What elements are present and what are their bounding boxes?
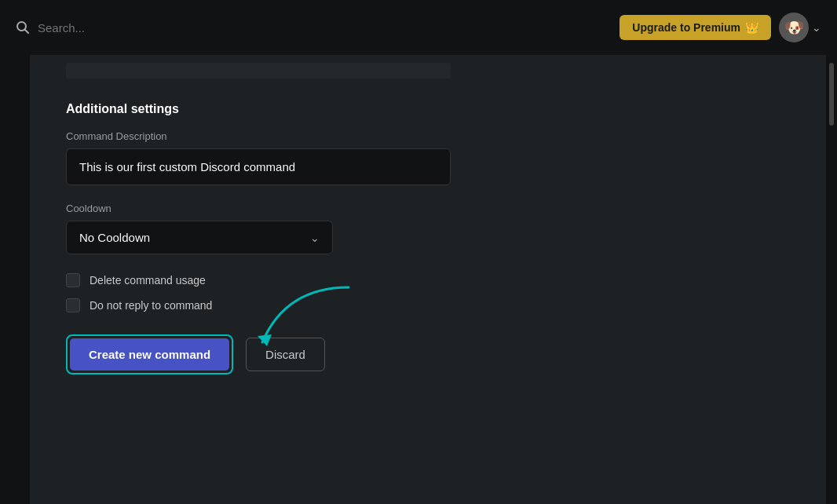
create-new-command-button[interactable]: Create new command: [70, 338, 229, 371]
header-left: [16, 20, 195, 35]
svg-line-1: [25, 30, 29, 34]
section-title: Additional settings: [66, 102, 837, 116]
create-button-wrapper: Create new command: [66, 334, 233, 374]
description-input[interactable]: [66, 148, 451, 185]
description-label: Command Description: [66, 130, 837, 142]
chevron-down-icon: ⌄: [812, 21, 821, 34]
discard-button[interactable]: Discard: [246, 338, 325, 371]
cooldown-select[interactable]: No Cooldown ⌄: [66, 221, 333, 254]
buttons-area: Create new command Discard: [66, 334, 837, 374]
content-panel: Additional settings Command Description …: [30, 55, 837, 504]
header-right: Upgrade to Premium 👑 🐶 ⌄: [620, 13, 821, 42]
top-bar-decoration: [66, 63, 451, 79]
cooldown-value: No Cooldown: [79, 231, 150, 244]
delete-command-checkbox[interactable]: [66, 273, 80, 287]
upgrade-premium-button[interactable]: Upgrade to Premium 👑: [620, 15, 771, 40]
user-avatar-wrap[interactable]: 🐶 ⌄: [779, 13, 821, 42]
scrollbar-thumb[interactable]: [829, 63, 834, 126]
delete-command-label: Delete command usage: [90, 274, 206, 287]
avatar: 🐶: [779, 13, 809, 42]
settings-section: Additional settings Command Description …: [66, 102, 837, 374]
sidebar: [0, 55, 30, 504]
delete-command-row: Delete command usage: [66, 273, 837, 287]
main-content: Additional settings Command Description …: [0, 55, 837, 504]
header: Upgrade to Premium 👑 🐶 ⌄: [0, 0, 837, 55]
search-input[interactable]: [38, 21, 195, 35]
cooldown-label: Cooldown: [66, 203, 837, 214]
upgrade-label: Upgrade to Premium: [632, 21, 740, 34]
no-reply-row: Do not reply to command: [66, 298, 837, 312]
search-icon: [16, 20, 30, 35]
crown-icon: 👑: [745, 21, 758, 34]
no-reply-checkbox[interactable]: [66, 298, 80, 312]
no-reply-label: Do not reply to command: [90, 299, 212, 312]
scrollbar-track: [826, 55, 837, 504]
cooldown-chevron-icon: ⌄: [310, 232, 320, 244]
